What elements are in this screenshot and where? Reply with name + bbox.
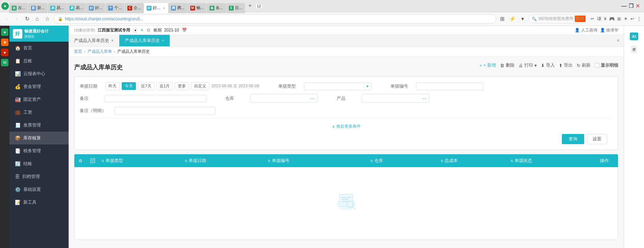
sidebar-item-invoice[interactable]: 🧾 发票管理 (9, 119, 69, 132)
remark-filter-input[interactable] (105, 95, 206, 102)
user-avatar[interactable]: 👤 徐泽华 (600, 27, 618, 33)
tab-list[interactable]: 产成品入库单历史 × (69, 35, 119, 46)
new-tab-button[interactable]: + (245, 1, 255, 11)
settings-button[interactable]: 设置 (587, 134, 607, 144)
refresh-button[interactable]: ↻ 刷新 (577, 62, 591, 68)
forward-button[interactable]: › (13, 15, 21, 23)
undo-icon[interactable]: ↩ (630, 16, 634, 21)
if-button[interactable]: If (631, 46, 638, 53)
warehouse-filter-select[interactable]: ··· (250, 94, 318, 103)
window-minimize-icon[interactable]: — (621, 3, 627, 9)
import-button[interactable]: ⬇ 导入 (541, 62, 555, 68)
breadcrumb-list[interactable]: 产成品入库单 (88, 49, 112, 54)
sidebar-item-report[interactable]: 📊 云报表中心 (9, 67, 69, 80)
tab-zai[interactable]: 在 在... (9, 3, 28, 13)
tab-chang[interactable]: M 畅... (188, 3, 207, 13)
translate-icon[interactable]: 译 (597, 16, 601, 22)
query-button[interactable]: 查询 (562, 134, 584, 144)
sidebar-item-fixed[interactable]: 🏭 固定资产 (9, 93, 69, 106)
browser-logo[interactable]: ● (1, 2, 9, 10)
date-btn-today[interactable]: 今天 (122, 82, 136, 90)
export-button[interactable]: ⬆ 导出 (559, 62, 573, 68)
tab-history-close-icon[interactable]: × (162, 38, 164, 43)
add-button[interactable]: + + 新增 (479, 62, 496, 68)
delete-button[interactable]: 🗑 删除 (500, 62, 515, 68)
tab-ge2[interactable]: 各 各... (207, 3, 226, 13)
back-button[interactable]: ‹ (3, 15, 11, 23)
tab-list-close-icon[interactable]: × (111, 38, 114, 43)
lightning-button[interactable]: ⚡ (508, 15, 517, 23)
date-btn-yesterday[interactable]: 昨天 (105, 82, 120, 90)
product-dots-icon[interactable]: ··· (422, 95, 426, 102)
sidebar-item-wage[interactable]: 💼 工资 (9, 106, 69, 119)
home-button[interactable]: ⌂ (33, 15, 41, 23)
th-warehouse[interactable]: ⇅ 仓库 (367, 154, 438, 167)
th-number[interactable]: ⇅ 单据编号 (265, 154, 367, 167)
tab-xin[interactable]: 新 新... (28, 3, 47, 13)
th-checkbox[interactable] (87, 154, 99, 167)
breadcrumb-home[interactable]: 首页 (74, 49, 82, 54)
settings-account-button[interactable]: ⚙ (146, 27, 151, 33)
sidebar-item-archive[interactable]: 🗄 归档管理 (9, 170, 69, 183)
add-account-button[interactable]: + (140, 27, 143, 33)
refresh-button[interactable]: ↻ (23, 15, 31, 23)
search-box[interactable]: 🔍 360智能抠图免费用 热搜 (529, 15, 589, 23)
tab-mu[interactable]: S 目... (226, 3, 245, 13)
sidebar-item-tax[interactable]: 📑 税务管理 (9, 144, 69, 157)
th-status[interactable]: ⇅ 单据状态 (508, 154, 591, 167)
th-settings[interactable]: ⚙ (74, 154, 87, 167)
tab-history[interactable]: 产成品入库单历史 × (119, 35, 170, 46)
sidebar-item-basic[interactable]: ⚙️ 基础设置 (9, 183, 69, 196)
icon-bar-app4[interactable]: ✉ (1, 59, 8, 66)
grid-button[interactable]: ⊞ (498, 15, 506, 23)
icon-bar-app1[interactable]: ● (1, 28, 8, 36)
sidebar-item-ledger[interactable]: 📋 总账 (9, 54, 69, 67)
game-icon[interactable]: 🎮 (609, 16, 615, 21)
sun-icon[interactable]: ☀ (624, 16, 628, 21)
scissors-icon[interactable]: ✂ (591, 16, 594, 21)
tab-yi1[interactable]: 易 易... (48, 3, 67, 13)
tab-teng[interactable]: 腾 腾... (168, 3, 187, 13)
customer-service-button[interactable]: 👤 人工咨询 (575, 27, 597, 33)
sidebar-item-fund[interactable]: 💰 资金管理 (9, 80, 69, 93)
sidebar-item-checkout[interactable]: 🔄 结账 (9, 157, 69, 170)
th-cost[interactable]: ⇅ 总成本 (438, 154, 508, 167)
address-input[interactable]: 🔒 https://cloud.chanjet.com/accounting/u… (53, 14, 496, 24)
product-filter-select[interactable]: ··· (362, 94, 429, 103)
panel-close-button[interactable]: × (613, 38, 624, 44)
sidebar-item-home[interactable]: 🏠 首页 (9, 42, 69, 54)
detail-remark-input[interactable] (114, 107, 216, 114)
date-btn-7days[interactable]: 近7天 (138, 82, 154, 90)
date-btn-more[interactable]: 更多 (175, 82, 189, 90)
tab-yi2[interactable]: 易 易... (67, 3, 86, 13)
tab-close-icon[interactable]: × (163, 6, 165, 10)
collapse-button[interactable]: ∧ 收起更多条件 (330, 121, 363, 131)
print-dropdown-icon[interactable]: ▾ (534, 63, 537, 68)
windows-icon[interactable]: ⊞ (617, 16, 621, 21)
header-checkbox[interactable] (90, 158, 95, 163)
date-btn-custom[interactable]: 自定义 (191, 82, 209, 90)
icon-bar-app3[interactable]: ● (1, 49, 8, 56)
show-detail-toggle[interactable]: 显示明细 (595, 62, 618, 68)
tab-count-badge[interactable]: 12 (255, 3, 263, 9)
tab-qi[interactable]: C 企... (125, 3, 144, 13)
tab-ge[interactable]: 个 个... (105, 3, 124, 13)
th-date[interactable]: ⇅ 单据日期 (182, 154, 265, 167)
print-button[interactable]: 🖨 打印 ▾ (519, 62, 537, 68)
th-type[interactable]: ⇅ 单据类型 (99, 154, 182, 167)
yuan-icon[interactable]: ¥ (604, 16, 606, 21)
window-close-icon[interactable]: ✕ (636, 3, 640, 9)
settings-icon[interactable]: ⋮ (637, 16, 641, 21)
dropdown-button[interactable]: ▾ (519, 15, 527, 23)
tab-hao1[interactable]: 好 好... (86, 3, 105, 13)
bookmark-button[interactable]: ☆ (43, 15, 51, 23)
type-filter-select[interactable]: ▾ (304, 83, 372, 90)
window-restore-icon[interactable]: ❐ (629, 3, 634, 9)
icon-bar-app2[interactable]: ★ (1, 39, 8, 46)
date-btn-1month[interactable]: 近1月 (157, 82, 173, 90)
calendar-icon[interactable]: 📅 (182, 28, 187, 32)
sidebar-item-newdoc[interactable]: 📝 新工具 (9, 196, 69, 209)
ai-button[interactable]: Ai (630, 32, 638, 40)
show-detail-checkbox[interactable] (595, 63, 599, 68)
sidebar-item-inventory[interactable]: 📦 库存核算 (9, 132, 69, 144)
